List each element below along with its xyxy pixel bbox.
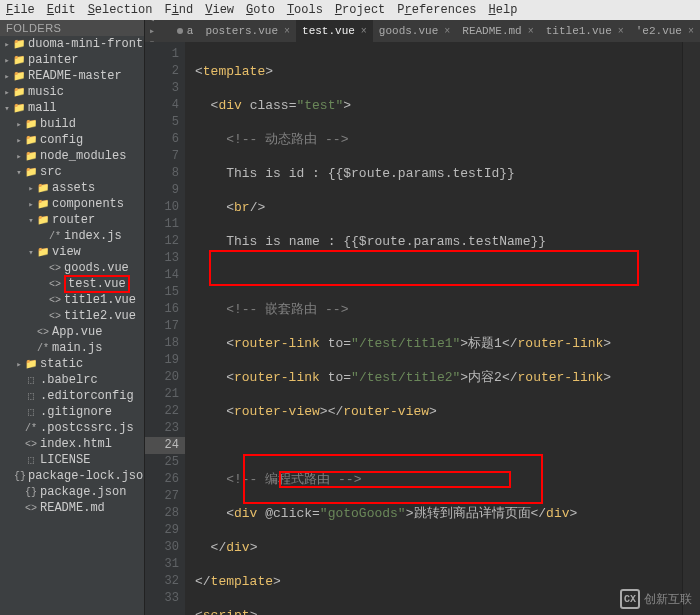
tree-item[interactable]: <>README.md [0,500,144,516]
close-icon[interactable]: × [528,26,534,37]
file-tree: ▸📁duoma-mini-front▸📁painter▸📁README-mast… [0,36,144,615]
tree-item[interactable]: <>title2.vue [0,308,144,324]
tab[interactable]: title1.vue× [540,20,630,42]
menu-file[interactable]: FFileile [6,3,35,17]
tree-item[interactable]: <>title1.vue [0,292,144,308]
tree-item[interactable]: <>App.vue [0,324,144,340]
tree-item[interactable]: /*index.js [0,228,144,244]
menu-view[interactable]: View [205,3,234,17]
tree-item[interactable]: ▸📁duoma-mini-front [0,36,144,52]
close-icon[interactable]: × [361,26,367,37]
tab[interactable]: a [171,20,200,42]
tree-item[interactable]: ▸📁assets [0,180,144,196]
menu-edit[interactable]: Edit [47,3,76,17]
menu-goto[interactable]: Goto [246,3,275,17]
line-gutter: 1234567891011121314151617181920212223242… [145,42,185,615]
tab[interactable]: 'e2.vue× [630,20,700,42]
tab-nav-icon[interactable]: ◂ ▸ ▾ [149,20,163,42]
tree-item[interactable]: <>test.vue [0,276,144,292]
dirty-dot-icon [177,28,183,34]
tree-item[interactable]: ▾📁mall [0,100,144,116]
tab[interactable]: test.vue× [296,20,373,42]
tree-item[interactable]: <>goods.vue [0,260,144,276]
tree-item[interactable]: ▾📁src [0,164,144,180]
tree-item[interactable]: ▾📁view [0,244,144,260]
tree-item[interactable]: ▸📁node_modules [0,148,144,164]
tabbar: ◂ ▸ ▾ aposters.vue×test.vue×goods.vue×RE… [145,20,700,42]
watermark-logo-icon: CX [620,589,640,609]
close-icon[interactable]: × [444,26,450,37]
tab[interactable]: README.md× [456,20,539,42]
tree-item[interactable]: ⬚.gitignore [0,404,144,420]
tree-item[interactable]: ▸📁config [0,132,144,148]
menubar: FFileile Edit Selection Find View Goto T… [0,0,700,20]
tree-item[interactable]: /*.postcssrc.js [0,420,144,436]
tree-item[interactable]: ▸📁README-master [0,68,144,84]
tree-item[interactable]: ▸📁music [0,84,144,100]
tree-item[interactable]: ▸📁components [0,196,144,212]
tree-item[interactable]: ⬚.babelrc [0,372,144,388]
close-icon[interactable]: × [284,26,290,37]
tree-item[interactable]: {}package.json [0,484,144,500]
sidebar: FOLDERS ▸📁duoma-mini-front▸📁painter▸📁REA… [0,20,145,615]
tree-item[interactable]: /*main.js [0,340,144,356]
menu-preferences[interactable]: Preferences [397,3,476,17]
tree-item[interactable]: ⬚.editorconfig [0,388,144,404]
tree-item[interactable]: ▾📁router [0,212,144,228]
tab[interactable]: posters.vue× [199,20,296,42]
menu-project[interactable]: Project [335,3,385,17]
watermark-text: 创新互联 [644,591,692,608]
menu-tools[interactable]: Tools [287,3,323,17]
tree-item[interactable]: <>index.html [0,436,144,452]
sidebar-header: FOLDERS [0,20,144,36]
tree-item[interactable]: ▸📁static [0,356,144,372]
tree-item[interactable]: ▸📁build [0,116,144,132]
close-icon[interactable]: × [688,26,694,37]
watermark: CX 创新互联 [620,589,692,609]
minimap[interactable] [682,42,700,615]
menu-selection[interactable]: Selection [88,3,153,17]
tree-item[interactable]: {}package-lock.json [0,468,144,484]
editor-pane: ◂ ▸ ▾ aposters.vue×test.vue×goods.vue×RE… [145,20,700,615]
menu-help[interactable]: Help [489,3,518,17]
close-icon[interactable]: × [618,26,624,37]
tree-item[interactable]: ⬚LICENSE [0,452,144,468]
menu-find[interactable]: Find [164,3,193,17]
tree-item[interactable]: ▸📁painter [0,52,144,68]
tab[interactable]: goods.vue× [373,20,456,42]
code-area[interactable]: <template> <div class="test"> <!-- 动态路由 … [185,42,682,615]
